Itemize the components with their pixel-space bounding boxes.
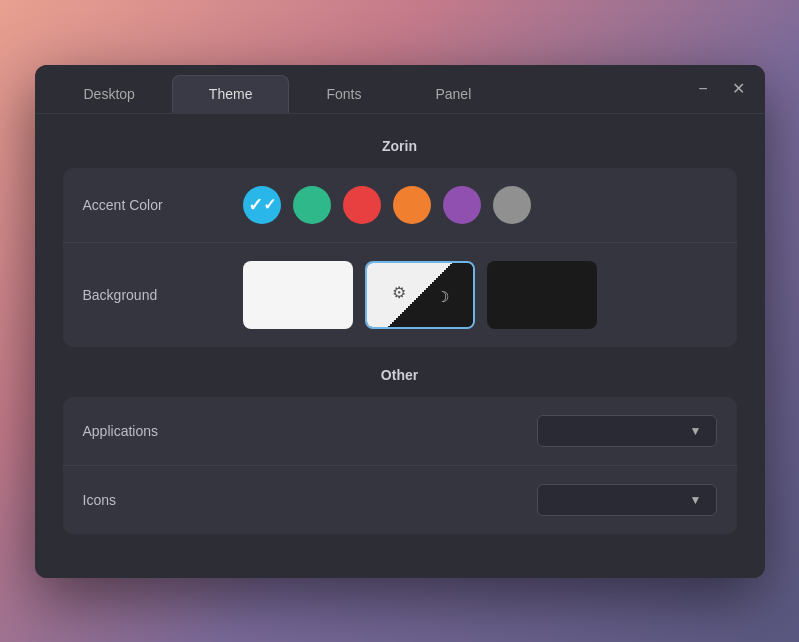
- background-option-dark[interactable]: [487, 261, 597, 329]
- icons-dropdown-arrow: ▼: [690, 493, 702, 507]
- tab-panel[interactable]: Panel: [398, 75, 508, 113]
- auto-moon-icon: ☽: [436, 288, 449, 306]
- zorin-card: Accent Color ✓ Background ⚙ ☽: [63, 168, 737, 347]
- zorin-section-title: Zorin: [63, 138, 737, 154]
- icons-dropdown[interactable]: ▼: [537, 484, 717, 516]
- background-options: ⚙ ☽: [243, 261, 597, 329]
- accent-color-gray[interactable]: [493, 186, 531, 224]
- tab-theme[interactable]: Theme: [172, 75, 290, 113]
- applications-dropdown[interactable]: ▼: [537, 415, 717, 447]
- applications-row: Applications ▼: [63, 397, 737, 466]
- tab-desktop[interactable]: Desktop: [47, 75, 172, 113]
- settings-window: DesktopThemeFontsPanel − ✕ Zorin Accent …: [35, 65, 765, 578]
- icons-row: Icons ▼: [63, 466, 737, 534]
- background-option-auto[interactable]: ⚙ ☽: [365, 261, 475, 329]
- background-row: Background ⚙ ☽: [63, 243, 737, 347]
- accent-color-row: Accent Color ✓: [63, 168, 737, 243]
- applications-dropdown-wrapper: ▼: [243, 415, 717, 447]
- accent-color-green[interactable]: [293, 186, 331, 224]
- accent-color-purple[interactable]: [443, 186, 481, 224]
- applications-label: Applications: [83, 423, 243, 439]
- main-content: Zorin Accent Color ✓ Background ⚙ ☽: [35, 114, 765, 578]
- accent-color-options: ✓: [243, 186, 531, 224]
- background-label: Background: [83, 287, 243, 303]
- minimize-button[interactable]: −: [690, 76, 715, 102]
- titlebar: DesktopThemeFontsPanel − ✕: [35, 65, 765, 114]
- accent-color-label: Accent Color: [83, 197, 243, 213]
- applications-dropdown-arrow: ▼: [690, 424, 702, 438]
- background-option-light[interactable]: [243, 261, 353, 329]
- other-card: Applications ▼ Icons ▼: [63, 397, 737, 534]
- accent-color-blue[interactable]: ✓: [243, 186, 281, 224]
- accent-color-orange[interactable]: [393, 186, 431, 224]
- tab-bar: DesktopThemeFontsPanel: [47, 65, 509, 113]
- close-button[interactable]: ✕: [724, 75, 753, 102]
- accent-color-red[interactable]: [343, 186, 381, 224]
- tab-fonts[interactable]: Fonts: [289, 75, 398, 113]
- other-section-title: Other: [63, 367, 737, 383]
- icons-dropdown-wrapper: ▼: [243, 484, 717, 516]
- auto-gear-icon: ⚙: [392, 283, 406, 302]
- window-controls: − ✕: [690, 75, 752, 102]
- icons-label: Icons: [83, 492, 243, 508]
